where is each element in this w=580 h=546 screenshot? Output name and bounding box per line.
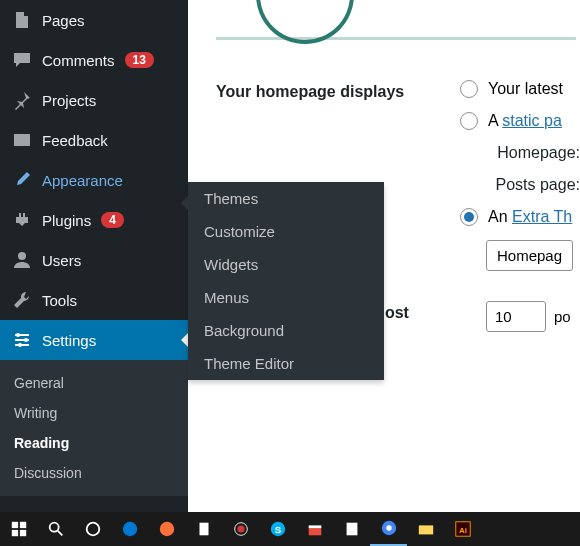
sidebar-item-appearance[interactable]: Appearance xyxy=(0,160,188,200)
windows-taskbar: S Ai xyxy=(0,512,580,546)
flyout-menus[interactable]: Menus xyxy=(188,281,384,314)
svg-rect-19 xyxy=(308,525,321,528)
option-static-page[interactable]: A static pa xyxy=(460,112,580,130)
sidebar-item-label: Projects xyxy=(42,92,96,109)
record-button[interactable] xyxy=(222,512,259,546)
svg-rect-13 xyxy=(199,523,208,536)
sidebar-item-label: Feedback xyxy=(42,132,108,149)
svg-rect-8 xyxy=(19,530,25,536)
posts-suffix: po xyxy=(554,308,571,325)
svg-point-9 xyxy=(49,523,58,532)
cortana-button[interactable] xyxy=(74,512,111,546)
option-text: Your latest xyxy=(488,80,563,98)
svg-point-15 xyxy=(237,525,244,532)
svg-point-11 xyxy=(122,522,136,536)
sidebar-item-users[interactable]: Users xyxy=(0,240,188,280)
sidebar-item-comments[interactable]: Comments 13 xyxy=(0,40,188,80)
option-latest-posts[interactable]: Your latest xyxy=(460,80,580,98)
users-icon xyxy=(12,250,32,270)
svg-point-2 xyxy=(16,333,20,337)
chrome-button[interactable] xyxy=(370,512,407,546)
svg-rect-6 xyxy=(19,522,25,528)
submenu-discussion[interactable]: Discussion xyxy=(0,458,188,488)
svg-point-12 xyxy=(159,522,173,536)
flyout-theme-editor[interactable]: Theme Editor xyxy=(188,347,384,380)
search-button[interactable] xyxy=(37,512,74,546)
svg-point-3 xyxy=(24,338,28,342)
brush-icon xyxy=(12,170,32,190)
plug-icon xyxy=(12,210,32,230)
blog-pages-input[interactable] xyxy=(486,301,546,332)
extra-theme-link[interactable]: Extra Th xyxy=(512,208,572,225)
svg-rect-5 xyxy=(11,522,17,528)
theme-logo xyxy=(216,20,576,40)
svg-rect-18 xyxy=(308,527,321,535)
sidebar-item-label: Settings xyxy=(42,332,96,349)
start-button[interactable] xyxy=(0,512,37,546)
radio-icon xyxy=(460,112,478,130)
sidebar-item-pages[interactable]: Pages xyxy=(0,0,188,40)
svg-rect-0 xyxy=(14,134,30,146)
postspage-select-label: Posts page: xyxy=(486,176,580,194)
submenu-writing[interactable]: Writing xyxy=(0,398,188,428)
sidebar-item-tools[interactable]: Tools xyxy=(0,280,188,320)
notes-button[interactable] xyxy=(333,512,370,546)
comment-icon xyxy=(12,50,32,70)
explorer-button[interactable] xyxy=(407,512,444,546)
svg-text:Ai: Ai xyxy=(458,526,466,535)
static-page-link[interactable]: static pa xyxy=(502,112,562,129)
homepage-select-label: Homepage: xyxy=(486,144,580,162)
svg-point-22 xyxy=(386,525,391,530)
sidebar-item-label: Pages xyxy=(42,12,85,29)
sidebar-item-label: Tools xyxy=(42,292,77,309)
sliders-icon xyxy=(12,330,32,350)
wrench-icon xyxy=(12,290,32,310)
sidebar-item-projects[interactable]: Projects xyxy=(0,80,188,120)
submenu-general[interactable]: General xyxy=(0,368,188,398)
flyout-customize[interactable]: Customize xyxy=(188,215,384,248)
feedback-icon xyxy=(12,130,32,150)
flyout-themes[interactable]: Themes xyxy=(188,182,384,215)
sidebar-item-label: Users xyxy=(42,252,81,269)
svg-rect-20 xyxy=(346,523,357,536)
page-icon xyxy=(12,10,32,30)
pin-icon xyxy=(12,90,32,110)
svg-point-4 xyxy=(18,343,22,347)
svg-point-10 xyxy=(86,523,99,536)
svg-point-1 xyxy=(18,252,26,260)
svg-rect-23 xyxy=(418,525,432,534)
sidebar-item-settings[interactable]: Settings xyxy=(0,320,188,360)
file-button[interactable] xyxy=(185,512,222,546)
svg-rect-7 xyxy=(11,530,17,536)
settings-submenu: General Writing Reading Discussion xyxy=(0,360,188,496)
skype-button[interactable]: S xyxy=(259,512,296,546)
sidebar-item-label: Comments xyxy=(42,52,115,69)
option-extra-theme[interactable]: An Extra Th xyxy=(460,208,580,226)
flyout-widgets[interactable]: Widgets xyxy=(188,248,384,281)
firefox-button[interactable] xyxy=(148,512,185,546)
comments-badge: 13 xyxy=(125,52,154,68)
option-text: An Extra Th xyxy=(488,208,572,226)
homepage-select[interactable]: Homepag xyxy=(486,240,573,271)
sidebar-item-label: Plugins xyxy=(42,212,91,229)
appearance-flyout: Themes Customize Widgets Menus Backgroun… xyxy=(188,182,384,380)
edge-button[interactable] xyxy=(111,512,148,546)
sidebar-item-label: Appearance xyxy=(42,172,123,189)
gift-button[interactable] xyxy=(296,512,333,546)
sidebar-item-feedback[interactable]: Feedback xyxy=(0,120,188,160)
svg-text:S: S xyxy=(274,524,281,535)
admin-sidebar: Pages Comments 13 Projects Feedback Appe… xyxy=(0,0,188,512)
plugins-badge: 4 xyxy=(101,212,124,228)
radio-icon xyxy=(460,208,478,226)
flyout-background[interactable]: Background xyxy=(188,314,384,347)
radio-icon xyxy=(460,80,478,98)
sidebar-item-plugins[interactable]: Plugins 4 xyxy=(0,200,188,240)
homepage-displays-label: Your homepage displays xyxy=(216,80,420,101)
illustrator-button[interactable]: Ai xyxy=(444,512,481,546)
option-text: A static pa xyxy=(488,112,562,130)
submenu-reading[interactable]: Reading xyxy=(0,428,188,458)
